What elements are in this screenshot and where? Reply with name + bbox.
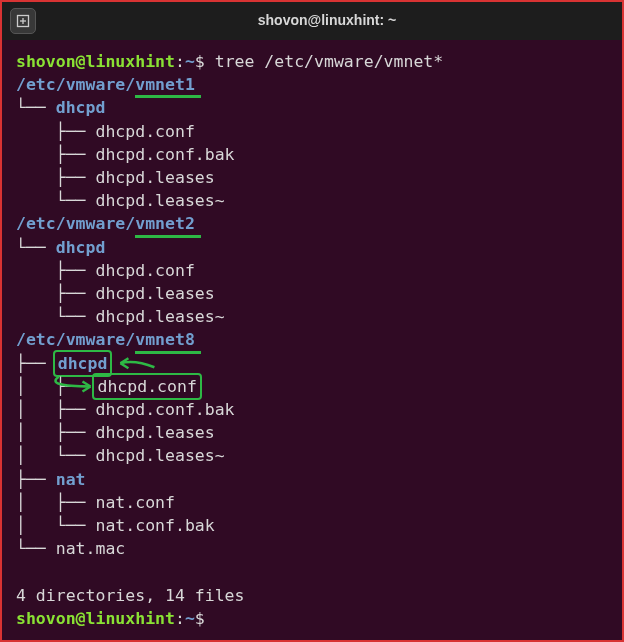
file-name: dhcpd.leases~ <box>95 191 224 210</box>
tree-entry: │ ├── nat.conf <box>16 491 608 514</box>
tree-branch: │ └── <box>16 446 95 465</box>
tree-root-name: vmnet1 <box>135 73 195 96</box>
prompt-dollar: $ <box>195 609 205 628</box>
file-name: dhcpd.leases <box>95 423 214 442</box>
tree-entry: ├── dhcpd.leases <box>16 282 608 305</box>
directory-name: dhcpd <box>56 98 106 117</box>
tree-root-name: vmnet8 <box>135 328 195 351</box>
tree-branch: ├── <box>16 470 56 489</box>
tree-root-name: vmnet2 <box>135 212 195 235</box>
plus-square-icon <box>16 14 30 28</box>
tree-entry: └── dhcpd.leases~ <box>16 305 608 328</box>
tree-root-prefix: /etc/vmware/ <box>16 214 135 233</box>
prompt-user: shovon@linuxhint <box>16 609 175 628</box>
tree-branch: ├── <box>16 145 95 164</box>
tree-root-prefix: /etc/vmware/ <box>16 75 135 94</box>
window-title: shovon@linuxhint: ~ <box>40 9 614 32</box>
tree-branch: │ └── <box>16 516 95 535</box>
new-tab-button[interactable] <box>10 8 36 34</box>
file-name: dhcpd.leases <box>95 168 214 187</box>
tree-entry: │ └── dhcpd.leases~ <box>16 444 608 467</box>
prompt-user: shovon@linuxhint <box>16 52 175 71</box>
tree-branch: │ ├── <box>16 400 95 419</box>
tree-summary: 4 directories, 14 files <box>16 584 608 607</box>
file-name: dhcpd.conf <box>95 261 194 280</box>
prompt-path: ~ <box>185 52 195 71</box>
tree-root: /etc/vmware/vmnet2 <box>16 212 608 235</box>
tree-branch: ├── <box>16 261 95 280</box>
tree-entry: └── dhcpd.leases~ <box>16 189 608 212</box>
tree-branch: ├── <box>16 168 95 187</box>
tree-branch: │ ├── <box>16 377 95 396</box>
tree-branch: └── <box>16 238 56 257</box>
prompt-line: shovon@linuxhint:~$ <box>16 607 608 630</box>
tree-branch: └── <box>16 191 95 210</box>
file-name: dhcpd.leases~ <box>95 307 224 326</box>
tree-branch: │ ├── <box>16 423 95 442</box>
highlight-box: dhcpd.conf <box>92 373 201 400</box>
tree-entry: │ ├── dhcpd.leases <box>16 421 608 444</box>
prompt-dollar: $ <box>195 52 205 71</box>
tree-root: /etc/vmware/vmnet8 <box>16 328 608 351</box>
tree-entry: └── dhcpd <box>16 236 608 259</box>
directory-name: nat <box>56 470 86 489</box>
file-name: dhcpd.conf.bak <box>95 400 234 419</box>
tree-entry: ├── nat <box>16 468 608 491</box>
prompt-colon: : <box>175 52 185 71</box>
prompt-line: shovon@linuxhint:~$ tree /etc/vmware/vmn… <box>16 50 608 73</box>
tree-branch: └── <box>16 307 95 326</box>
prompt-path: ~ <box>185 609 195 628</box>
tree-entry: │ ├── dhcpd.conf.bak <box>16 398 608 421</box>
tree-entry: └── dhcpd <box>16 96 608 119</box>
tree-entry: ├── dhcpd.leases <box>16 166 608 189</box>
terminal-output: shovon@linuxhint:~$ tree /etc/vmware/vmn… <box>2 40 622 640</box>
tree-root: /etc/vmware/vmnet1 <box>16 73 608 96</box>
tree-entry: ├── dhcpd.conf <box>16 120 608 143</box>
tree-branch: │ ├── <box>16 493 95 512</box>
tree-branch: └── <box>16 98 56 117</box>
file-name: dhcpd.conf.bak <box>95 145 234 164</box>
file-name: nat.conf.bak <box>95 516 214 535</box>
directory-name: dhcpd <box>58 354 108 373</box>
tree-entry: │ ├── dhcpd.conf <box>16 375 608 398</box>
file-name: dhcpd.leases~ <box>95 446 224 465</box>
file-name: nat.mac <box>56 539 126 558</box>
tree-entry: ├── dhcpd.conf <box>16 259 608 282</box>
file-name: nat.conf <box>95 493 174 512</box>
tree-branch: ├── <box>16 284 95 303</box>
tree-entry: │ └── nat.conf.bak <box>16 514 608 537</box>
tree-branch: ├── <box>16 354 56 373</box>
tree-branch: ├── <box>16 122 95 141</box>
tree-entry: ├── dhcpd <box>16 352 608 375</box>
file-name: dhcpd.conf <box>97 377 196 396</box>
directory-name: dhcpd <box>56 238 106 257</box>
file-name: dhcpd.conf <box>95 122 194 141</box>
tree-entry: └── nat.mac <box>16 537 608 560</box>
blank-line <box>16 560 608 583</box>
command-text: tree /etc/vmware/vmnet* <box>205 52 443 71</box>
titlebar: shovon@linuxhint: ~ <box>2 2 622 40</box>
tree-root-prefix: /etc/vmware/ <box>16 330 135 349</box>
tree-branch: └── <box>16 539 56 558</box>
file-name: dhcpd.leases <box>95 284 214 303</box>
tree-entry: ├── dhcpd.conf.bak <box>16 143 608 166</box>
prompt-colon: : <box>175 609 185 628</box>
